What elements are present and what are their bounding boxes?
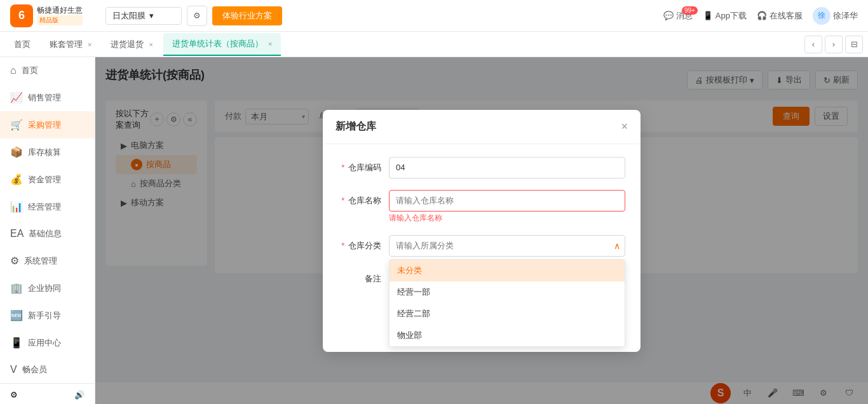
form-row-name: * 仓库名称 请输入仓库名称 (338, 190, 625, 224)
logo-text-main: 畅捷通好生意 (37, 6, 83, 16)
tab-home[interactable]: 首页 (5, 33, 39, 56)
sidebar-item-inventory[interactable]: 📦 库存核算 (0, 138, 95, 166)
finance-icon: 💰 (10, 173, 23, 185)
sidebar-bottom: ⚙ 🔊 (0, 383, 95, 404)
dropdown-item-ops1[interactable]: 经营一部 (390, 281, 625, 303)
sidebar-setting-icon[interactable]: ⚙ (10, 390, 18, 400)
system-icon: ⚙ (10, 255, 19, 267)
category-input[interactable] (389, 235, 625, 257)
trial-industry-button[interactable]: 体验行业方案 (212, 6, 282, 25)
dropdown-item-property[interactable]: 物业部 (390, 325, 625, 346)
sidebar-item-operations[interactable]: 📊 经营管理 (0, 193, 95, 220)
home-icon: ⌂ (10, 65, 17, 76)
note-label: 备注 (338, 268, 389, 285)
user-profile[interactable]: 徐 徐泽华 (813, 7, 858, 25)
sidebar-item-vip-label: 畅会员 (22, 364, 47, 375)
user-avatar: 徐 (813, 7, 831, 25)
sidebar-item-home-label: 首页 (22, 65, 38, 76)
message-button[interactable]: 💬 消息 99+ (663, 10, 693, 22)
code-input[interactable] (389, 157, 625, 178)
name-field-wrapper: 请输入仓库名称 (389, 190, 625, 224)
branch-name: 日太阳膜 (112, 10, 146, 22)
sidebar-item-enterprise-label: 企业协同 (28, 283, 61, 294)
message-icon: 💬 (663, 11, 674, 20)
name-label: * 仓库名称 (338, 190, 389, 206)
sidebar-item-home[interactable]: ⌂ 首页 (0, 57, 95, 84)
headphone-icon: 🎧 (757, 11, 767, 20)
tab-bar: 首页 账套管理 × 进货退货 × 进货单统计表（按商品） × ‹ › ⊟ (0, 32, 868, 57)
sidebar-item-appstore-label: 应用中心 (28, 337, 61, 349)
enterprise-icon: 🏢 (10, 282, 23, 294)
logo-area: 6 畅捷通好生意 精品版 (10, 4, 105, 27)
category-dropdown: 未分类 经营一部 经营二部 物业部 (389, 259, 625, 347)
operations-icon: 📊 (10, 201, 23, 213)
base-icon: EA (10, 228, 24, 239)
tab-accounts-label: 账套管理 (50, 39, 83, 50)
online-service-label: 在线客服 (770, 10, 803, 22)
sidebar-item-guide[interactable]: 🆕 新手引导 (0, 302, 95, 329)
modal-title: 新增仓库 (336, 120, 376, 133)
category-field-wrapper: ∧ 未分类 经营一部 经营二部 物业部 (389, 235, 625, 257)
chevron-down-icon: ▾ (149, 11, 154, 20)
tab-purchase-return-close[interactable]: × (149, 41, 153, 48)
sidebar-item-appstore[interactable]: 📱 应用中心 (0, 329, 95, 356)
tab-accounts[interactable]: 账套管理 × (41, 33, 100, 56)
notification-badge: 99+ (682, 6, 698, 15)
sidebar-item-vip[interactable]: V 畅会员 (0, 356, 95, 383)
branch-selector[interactable]: 日太阳膜 ▾ (105, 7, 182, 25)
dropdown-item-uncategorized[interactable]: 未分类 (390, 260, 625, 281)
tab-scroll-right-button[interactable]: › (825, 36, 843, 53)
tab-purchase-return-label: 进货退货 (111, 39, 144, 50)
tab-accounts-close[interactable]: × (88, 41, 92, 48)
purchase-icon: 🛒 (10, 119, 23, 131)
app-download-label: App下载 (715, 10, 747, 22)
sidebar-item-finance[interactable]: 💰 资金管理 (0, 166, 95, 193)
vip-icon: V (10, 364, 17, 375)
code-label: * 仓库编码 (338, 157, 389, 173)
modal-body: * 仓库编码 * 仓库名称 (323, 144, 641, 314)
sidebar-item-base[interactable]: EA 基础信息 (0, 220, 95, 247)
sales-icon: 📈 (10, 91, 23, 104)
sidebar: ⌂ 首页 📈 销售管理 🛒 采购管理 📦 库存核算 💰 资金管理 📊 经营管理 … (0, 57, 95, 404)
sidebar-item-system[interactable]: ⚙ 系统管理 (0, 247, 95, 274)
main-layout: ⌂ 首页 📈 销售管理 🛒 采购管理 📦 库存核算 💰 资金管理 📊 经营管理 … (0, 57, 868, 404)
sidebar-item-enterprise[interactable]: 🏢 企业协同 (0, 274, 95, 302)
sidebar-item-operations-label: 经营管理 (28, 201, 61, 213)
mobile-icon: 📱 (703, 11, 713, 20)
sidebar-item-system-label: 系统管理 (24, 255, 57, 267)
code-field-wrapper (389, 157, 625, 178)
modal-header: 新增仓库 × (323, 110, 641, 144)
tab-action-buttons: ‹ › ⊟ (804, 36, 863, 53)
form-row-code: * 仓库编码 (338, 157, 625, 178)
tab-purchase-return[interactable]: 进货退货 × (102, 33, 161, 56)
sidebar-item-purchase[interactable]: 🛒 采购管理 (0, 111, 95, 138)
username-label: 徐泽华 (833, 10, 858, 22)
inventory-icon: 📦 (10, 146, 23, 158)
sidebar-item-finance-label: 资金管理 (28, 174, 61, 185)
tab-scroll-left-button[interactable]: ‹ (804, 36, 822, 53)
dropdown-item-ops2[interactable]: 经营二部 (390, 303, 625, 325)
sidebar-item-sales-label: 销售管理 (28, 92, 61, 104)
sidebar-speaker-icon[interactable]: 🔊 (74, 390, 85, 400)
guide-icon: 🆕 (10, 309, 23, 321)
settings-button[interactable]: ⚙ (187, 6, 207, 26)
app-logo-icon: 6 (10, 4, 33, 27)
header-middle: 日太阳膜 ▾ ⚙ 体验行业方案 (105, 6, 663, 26)
modal-close-button[interactable]: × (621, 121, 628, 132)
header-right: 💬 消息 99+ 📱 App下载 🎧 在线客服 徐 徐泽华 (663, 7, 858, 25)
top-header: 6 畅捷通好生意 精品版 日太阳膜 ▾ ⚙ 体验行业方案 💬 消息 99+ 📱 … (0, 0, 868, 32)
app-download-button[interactable]: 📱 App下载 (703, 10, 747, 22)
tab-purchase-stats[interactable]: 进货单统计表（按商品） × (163, 33, 281, 56)
sidebar-item-purchase-label: 采购管理 (28, 119, 61, 131)
online-service-button[interactable]: 🎧 在线客服 (757, 10, 803, 22)
new-warehouse-modal: 新增仓库 × * 仓库编码 (323, 110, 641, 352)
name-input[interactable] (389, 190, 625, 212)
tab-purchase-stats-close[interactable]: × (268, 40, 272, 48)
sidebar-item-sales[interactable]: 📈 销售管理 (0, 84, 95, 111)
sidebar-item-base-label: 基础信息 (29, 228, 62, 239)
category-label: * 仓库分类 (338, 235, 389, 252)
tab-menu-button[interactable]: ⊟ (845, 36, 863, 53)
tab-home-label: 首页 (14, 39, 31, 50)
sidebar-item-guide-label: 新手引导 (28, 310, 61, 321)
logo-badge: 精品版 (37, 15, 83, 25)
